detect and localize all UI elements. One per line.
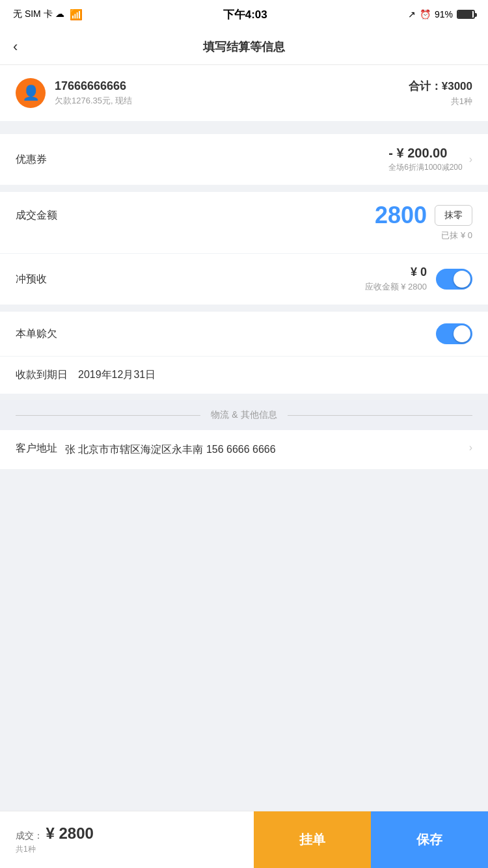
status-bar: 无 SIM 卡 ☁ 📶 下午4:03 ↗ ⏰ 91% <box>0 0 488 29</box>
status-time: 下午4:03 <box>223 7 267 22</box>
save-button[interactable]: 保存 <box>371 811 488 869</box>
logistics-divider: 物流 & 其他信息 <box>0 400 488 430</box>
signal-text: 无 SIM 卡 ☁ <box>13 8 64 20</box>
footer-left: 成交： ¥ 2800 共1种 <box>0 824 254 855</box>
bad-debt-toggle[interactable] <box>436 323 472 344</box>
total-amount: 合计：¥3000 <box>409 79 472 94</box>
bottom-gray-area <box>0 469 488 547</box>
battery-icon <box>457 10 475 19</box>
footer-deal-label: 成交： <box>16 830 43 841</box>
divider-line-left <box>16 415 200 416</box>
deal-label: 成交金额 <box>16 209 57 223</box>
avatar-icon: 👤 <box>22 85 40 102</box>
section-gap-3 <box>0 305 488 312</box>
address-chevron-icon: › <box>469 442 472 454</box>
round-button[interactable]: 抹零 <box>435 205 472 226</box>
prepay-toggle[interactable] <box>436 269 472 290</box>
footer-deal-label-row: 成交： ¥ 2800 <box>16 824 238 843</box>
coupon-label: 优惠券 <box>16 153 47 167</box>
coupon-desc: 全场6折满1000减200 <box>388 162 462 173</box>
coupon-row[interactable]: 优惠券 - ¥ 200.00 全场6折满1000减200 › <box>0 134 488 185</box>
section-gap-1 <box>0 128 488 134</box>
footer: 成交： ¥ 2800 共1种 挂单 保存 <box>0 811 488 868</box>
coupon-amount: - ¥ 200.00 <box>388 146 462 161</box>
address-value: 张 北京市市辖区海淀区永丰南 156 6666 6666 <box>65 442 461 457</box>
logistics-divider-text: 物流 & 其他信息 <box>200 409 287 421</box>
wifi-icon: 📶 <box>70 8 83 21</box>
avatar: 👤 <box>16 78 46 108</box>
customer-debt: 欠款1276.35元, 现结 <box>55 95 132 107</box>
customer-phone: 17666666666 <box>55 79 132 93</box>
footer-deal-amount: ¥ 2800 <box>46 824 93 842</box>
prepay-amount: ¥ 0 <box>365 265 427 279</box>
nav-bar: ‹ 填写结算等信息 <box>0 29 488 65</box>
bad-debt-label: 本单赊欠 <box>16 327 57 341</box>
deal-amount: 2800 <box>375 204 427 227</box>
address-section[interactable]: 客户地址 张 北京市市辖区海淀区永丰南 156 6666 6666 › <box>0 430 488 469</box>
total-count: 共1种 <box>409 96 472 107</box>
footer-deal-count: 共1种 <box>16 844 238 855</box>
content: 👤 17666666666 欠款1276.35元, 现结 合计：¥3000 共1… <box>0 65 488 612</box>
divider-line-right <box>288 415 472 416</box>
status-left: 无 SIM 卡 ☁ 📶 <box>13 8 83 21</box>
coupon-chevron-icon: › <box>469 154 472 165</box>
battery-percent: 91% <box>435 9 453 20</box>
alarm-icon: ⏰ <box>420 9 431 20</box>
section-gap-2 <box>0 185 488 192</box>
section-gap-4 <box>0 394 488 400</box>
prepay-section: 冲预收 ¥ 0 应收金额 ¥ 2800 <box>0 254 488 305</box>
page-title: 填写结算等信息 <box>203 39 285 55</box>
deal-sub: 已抹 ¥ 0 <box>16 230 472 241</box>
address-label: 客户地址 <box>16 442 57 455</box>
back-button[interactable]: ‹ <box>13 33 23 61</box>
status-right: ↗ ⏰ 91% <box>408 9 475 20</box>
location-icon: ↗ <box>408 9 416 20</box>
hold-button[interactable]: 挂单 <box>254 811 371 869</box>
customer-card: 👤 17666666666 欠款1276.35元, 现结 合计：¥3000 共1… <box>0 65 488 121</box>
bad-debt-section: 本单赊欠 <box>0 312 488 357</box>
due-date-label: 收款到期日 <box>16 368 68 382</box>
due-date-section: 收款到期日 2019年12月31日 <box>0 357 488 394</box>
prepay-receivable: 应收金额 ¥ 2800 <box>365 281 427 293</box>
deal-section: 成交金额 2800 抹零 已抹 ¥ 0 <box>0 192 488 254</box>
prepay-label: 冲预收 <box>16 273 47 286</box>
due-date-value: 2019年12月31日 <box>78 368 156 382</box>
